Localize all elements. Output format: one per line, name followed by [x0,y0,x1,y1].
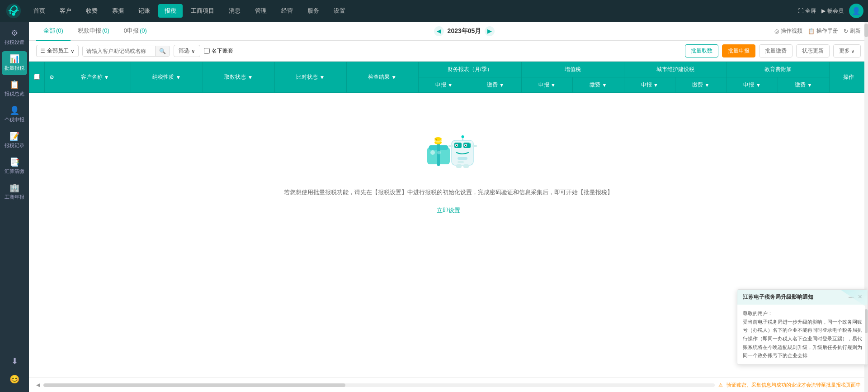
vip-button[interactable]: ▶ 畅会员 [821,7,844,15]
employee-select-arrow: ∨ [71,48,75,54]
more-button[interactable]: 更多 ∨ [833,44,861,57]
th-check-result-filter-icon[interactable]: ▼ [391,74,396,81]
manual-icon: 📋 [808,28,815,34]
operation-video-button[interactable]: ◎ 操作视频 [774,27,802,35]
th-vat-pay-filter[interactable]: ▼ [602,82,607,88]
refresh-icon: ↻ [844,28,848,34]
refresh-button[interactable]: ↻ 刷新 [844,27,861,35]
tab-all[interactable]: 全部(0) [36,22,71,41]
nav-invoice[interactable]: 票据 [106,4,130,18]
th-financial-declare: 申报▼ [418,77,470,93]
sidebar-item-tax-settings[interactable]: ⚙ 报税设置 [2,25,27,49]
sidebar-item-annual-settlement[interactable]: 📑 汇算清缴 [2,154,27,178]
th-edu-declare-filter[interactable]: ▼ [755,82,761,88]
select-all-checkbox[interactable] [34,74,40,80]
status-update-button[interactable]: 状态更新 [796,44,830,57]
sidebar-item-personal-tax[interactable]: 👤 个税申报 [2,103,27,127]
more-label: 更多 [839,47,850,55]
scroll-left-arrow[interactable]: ◀ [36,382,40,388]
user-button[interactable]: 😊 [7,372,22,387]
th-city-pay-filter[interactable]: ▼ [704,82,710,88]
nav-tax[interactable]: 报税 [158,4,183,18]
svg-text:¥: ¥ [435,138,437,141]
nav-messages[interactable]: 消息 [222,4,247,18]
notification-scrollbar[interactable] [865,305,868,364]
th-fetch-status-filter-icon[interactable]: ▼ [247,74,253,81]
nav-management[interactable]: 管理 [249,4,273,18]
period-next[interactable]: ▶ [485,26,495,36]
th-tax-nature: 纳税性质▼ [131,62,203,93]
bottom-bar: ◀ ⚠ 验证账密、采集信息均成功的企业才会流转至批量报税页面中 [29,378,868,392]
nav-menu: 首页 客户 收费 票据 记账 报税 工商项目 消息 管理 经营 服务 设置 [27,4,798,18]
empty-state: ¥ [29,93,868,233]
th-city-declare-filter[interactable]: ▼ [653,82,659,88]
warn-message: 验证账密、采集信息均成功的企业才会流转至批量报税页面中 [726,382,861,388]
sidebar-item-tax-overview[interactable]: 📋 报税总览 [2,77,27,101]
fullscreen-button[interactable]: ⛶ 全屏 [798,7,816,15]
download-button[interactable]: ⬇ [7,354,22,368]
sidebar-item-annual-report[interactable]: 🏢 工商年报 [2,180,27,204]
svg-point-14 [456,145,458,146]
video-icon: ◎ [774,28,779,34]
checkbox-account[interactable] [204,48,210,54]
checkbox-account-label[interactable]: 名下账套 [204,47,233,55]
tab-tax-declare[interactable]: 税款申报(0) [71,22,117,41]
notification-body: 尊敬的用户： 受当前电子税务局进一步升级的影响，同一个政务网账号（办税人）名下的… [737,305,868,364]
nav-customer[interactable]: 客户 [53,4,78,18]
tab-zero-declare-label: 0申报 [124,27,139,35]
search-button[interactable]: 🔍 [155,46,170,56]
nav-home[interactable]: 首页 [27,4,52,18]
app-logo[interactable] [5,2,23,20]
user-avatar[interactable]: 👤 [849,4,863,18]
batch-fetch-button[interactable]: 批量取数 [685,44,718,57]
search-input[interactable] [83,46,155,56]
batch-pay-button[interactable]: 批量缴费 [759,44,793,57]
employee-select-label: 全部员工 [47,47,69,55]
tab-all-label: 全部 [43,27,55,35]
nav-settings[interactable]: 设置 [327,4,352,18]
th-tax-nature-filter-icon[interactable]: ▼ [175,74,181,81]
horizontal-scrollbar[interactable] [43,383,715,387]
sidebar-item-batch-tax[interactable]: 📊 批量报税 [2,51,27,75]
th-city-pay: 缴费▼ [675,77,726,93]
nav-accounting[interactable]: 记账 [132,4,156,18]
svg-point-25 [462,135,464,138]
sidebar-bottom: ⬇ 😊 [7,354,22,392]
th-edu-pay-filter[interactable]: ▼ [807,82,812,88]
th-edu-declare: 申报▼ [726,77,778,93]
sidebar-item-tax-records[interactable]: 📝 报税记录 [2,129,27,153]
search-box: 🔍 [82,46,170,57]
th-vat-declare-filter[interactable]: ▼ [551,82,556,88]
notif-content: 受当前电子税务局进一步升级的影响，同一个政务网账号（办税人）名下的企业不能再同时… [743,318,862,360]
th-compare-status-filter-icon[interactable]: ▼ [319,74,325,81]
sidebar-label-tax-overview: 报税总览 [5,91,24,97]
vip-icon: ▶ [821,8,826,14]
tab-zero-declare[interactable]: 0申报(0) [117,22,154,41]
filter-label: 筛选 [179,47,189,55]
th-client-filter-icon[interactable]: ▼ [104,74,109,81]
svg-rect-19 [458,161,464,163]
empty-message: 若您想使用批量报税功能，请先在【报税设置】中进行报税的初始化设置，完成密码验证和… [284,188,613,197]
th-compare-status: 比对状态▼ [274,62,346,93]
th-fin-pay-filter[interactable]: ▼ [499,82,505,88]
notification-popup: 江苏电子税务局升级影响通知 — ✕ 尊敬的用户： 受当前电子税务局进一步升级的影… [737,289,868,365]
th-fin-declare-filter[interactable]: ▼ [448,82,453,88]
annual-settlement-icon: 📑 [9,158,19,166]
batch-declare-button[interactable]: 批量申报 [722,44,755,57]
tab-tax-declare-label: 税款申报 [78,27,101,35]
annual-report-icon: 🏢 [9,184,19,192]
robot-illustration: ¥ [419,120,478,179]
period-prev[interactable]: ◀ [434,26,444,36]
nav-business[interactable]: 工商项目 [184,4,221,18]
th-financial-report-group: 财务报表（月/季） [418,62,521,77]
nav-billing[interactable]: 收费 [80,4,104,18]
setup-link[interactable]: 立即设置 [437,206,460,215]
nav-service[interactable]: 服务 [301,4,326,18]
settings-icon[interactable]: ⚙ [49,74,54,81]
employee-select[interactable]: ☰ 全部员工 ∨ [36,45,79,57]
operation-manual-button[interactable]: 📋 操作手册 [808,27,838,35]
nav-operations[interactable]: 经营 [275,4,299,18]
filter-button[interactable]: 筛选 ∨ [174,45,200,57]
right-scrollbar-thumb [864,24,868,37]
warn-icon: ⚠ [718,382,723,388]
